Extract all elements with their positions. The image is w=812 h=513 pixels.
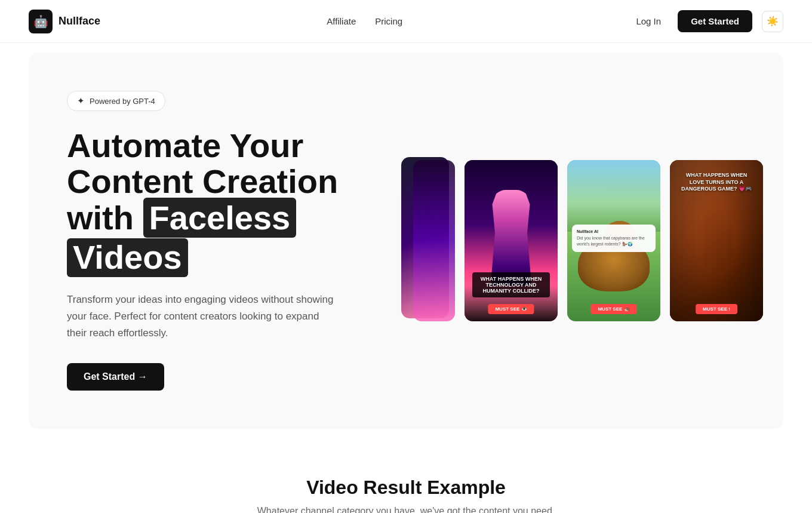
tweet-text: Did you know that capybaras are the worl… — [577, 235, 651, 247]
logo-icon: 🤖 — [29, 10, 53, 33]
sun-icon: ☀️ — [767, 16, 779, 27]
nav-link-pricing[interactable]: Pricing — [375, 16, 402, 26]
powered-badge: ✦ Powered by GPT-4 — [67, 91, 165, 111]
video-card-romance: WHAT HAPPENS WHEN LOVE TURNS INTO A DANG… — [670, 160, 763, 321]
video-card-cyberpunk: WHAT HAPPENS WHEN TECHNOLOGY AND HUMANIT… — [465, 160, 558, 321]
categories-desc: Whatever channel category you have, we'v… — [29, 506, 783, 513]
hero-title-line3-prefix: with — [67, 199, 143, 236]
nav-actions: Log In Get Started ☀️ — [629, 10, 783, 32]
gpt-icon: ✦ — [77, 96, 85, 106]
hero-cta-button[interactable]: Get Started → — [67, 363, 164, 391]
hero-left: ✦ Powered by GPT-4 Automate Your Content… — [67, 91, 389, 391]
hero-video-cards: WHAT HAPPENS WHEN TECHNOLOGY AND HUMANIT… — [413, 157, 763, 324]
theme-toggle-button[interactable]: ☀️ — [762, 11, 783, 32]
powered-badge-text: Powered by GPT-4 — [90, 97, 155, 106]
hero-section: ✦ Powered by GPT-4 Automate Your Content… — [29, 53, 783, 429]
card-cyberpunk-must-see: MUST SEE 👁️ — [488, 304, 534, 314]
hero-title: Automate Your Content Creation with Face… — [67, 128, 389, 277]
categories-title: Video Result Example — [29, 477, 783, 499]
nav-links: Affiliate Pricing — [327, 16, 402, 26]
partial-card — [413, 160, 455, 321]
hero-description: Transform your ideas into engaging video… — [67, 291, 342, 342]
hero-title-line1: Automate Your — [67, 127, 303, 164]
categories-section: Video Result Example Whatever channel ca… — [0, 438, 812, 513]
logo-text: Nullface — [59, 15, 100, 27]
login-button[interactable]: Log In — [629, 11, 668, 31]
card-tweet: Nullface AI Did you know that capybaras … — [572, 225, 656, 252]
get-started-nav-button[interactable]: Get Started — [678, 10, 752, 32]
hero-title-line4: Videos — [67, 238, 188, 277]
card-capybara-must-see: MUST SEE 🦔 — [590, 304, 636, 314]
video-card-capybara: Nullface AI Did you know that capybaras … — [567, 160, 660, 321]
logo[interactable]: 🤖 Nullface — [29, 10, 100, 33]
tweet-handle: Nullface AI — [577, 229, 651, 234]
hero-title-line2: Content Creation — [67, 162, 338, 200]
card-romance-caption: WHAT HAPPENS WHEN LOVE TURNS INTO A DANG… — [675, 172, 758, 193]
card-cyberpunk-caption: WHAT HAPPENS WHEN TECHNOLOGY AND HUMANIT… — [472, 272, 550, 297]
navbar: 🤖 Nullface Affiliate Pricing Log In Get … — [0, 0, 812, 43]
card-romance-must-see: MUST SEE ! — [696, 304, 737, 314]
nav-link-affiliate[interactable]: Affiliate — [327, 16, 356, 26]
hero-title-faceless: Faceless — [143, 198, 297, 238]
